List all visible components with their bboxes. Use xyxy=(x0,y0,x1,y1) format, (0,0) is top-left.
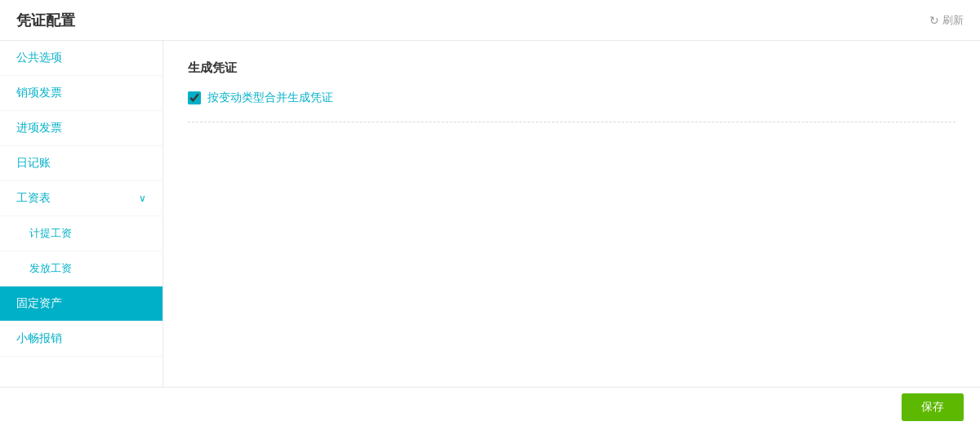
page-wrapper: 凭证配置 ↻ 刷新 公共选项 销项发票 进项发票 日记账 工资表 ∨ xyxy=(0,0,980,426)
sidebar-item-label: 发放工资 xyxy=(29,261,72,276)
save-button[interactable]: 保存 xyxy=(902,393,964,421)
merge-type-label[interactable]: 按变动类型合并生成凭证 xyxy=(207,91,333,105)
main-layout: 公共选项 销项发票 进项发票 日记账 工资表 ∨ 计提工资 发放工资 固定资 xyxy=(0,41,980,387)
sidebar-item-expense[interactable]: 小畅报销 xyxy=(0,322,163,357)
header: 凭证配置 ↻ 刷新 xyxy=(0,0,980,41)
footer: 保存 xyxy=(0,387,980,426)
checkbox-row: 按变动类型合并生成凭证 xyxy=(188,91,956,105)
content-area: 生成凭证 按变动类型合并生成凭证 xyxy=(163,41,980,387)
sidebar-item-public[interactable]: 公共选项 xyxy=(0,41,163,76)
chevron-down-icon: ∨ xyxy=(139,193,146,204)
refresh-label: 刷新 xyxy=(942,13,964,28)
sidebar-item-label: 日记账 xyxy=(16,156,51,171)
sidebar-item-journal[interactable]: 日记账 xyxy=(0,146,163,181)
sidebar-item-payroll[interactable]: 工资表 ∨ xyxy=(0,181,163,216)
sidebar-item-label: 进项发票 xyxy=(16,121,62,135)
sidebar-item-label: 计提工资 xyxy=(29,226,72,241)
sidebar-item-label: 固定资产 xyxy=(16,296,62,311)
sidebar-item-fixed-assets[interactable]: 固定资产 xyxy=(0,286,163,322)
sidebar-item-label: 销项发票 xyxy=(16,86,62,100)
sidebar-item-calc-salary[interactable]: 计提工资 xyxy=(0,216,163,251)
sidebar-item-label: 公共选项 xyxy=(16,51,62,65)
sidebar-item-sales-invoice[interactable]: 销项发票 xyxy=(0,76,163,111)
sidebar-item-purchase-invoice[interactable]: 进项发票 xyxy=(0,111,163,146)
merge-type-checkbox[interactable] xyxy=(188,91,201,104)
refresh-icon: ↻ xyxy=(929,14,939,27)
section-title: 生成凭证 xyxy=(188,60,956,76)
sidebar-item-pay-salary[interactable]: 发放工资 xyxy=(0,251,163,286)
page-title: 凭证配置 xyxy=(16,11,75,30)
divider xyxy=(188,122,956,122)
refresh-button[interactable]: ↻ 刷新 xyxy=(929,13,964,28)
sidebar-item-label: 小畅报销 xyxy=(16,331,62,346)
sidebar-item-label: 工资表 xyxy=(16,191,51,206)
sidebar: 公共选项 销项发票 进项发票 日记账 工资表 ∨ 计提工资 发放工资 固定资 xyxy=(0,41,163,387)
